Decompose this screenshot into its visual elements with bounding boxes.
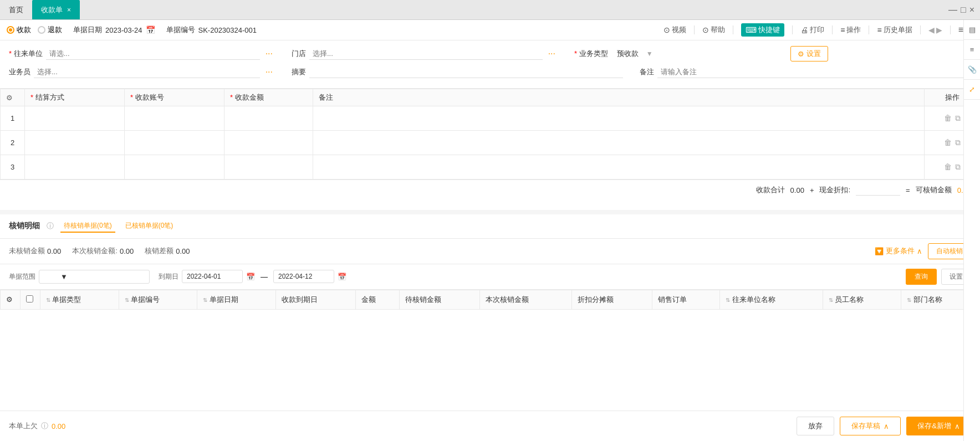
select-all-checkbox[interactable]: [26, 295, 33, 302]
radio-refund[interactable]: 退款: [38, 25, 62, 35]
col-settings-header[interactable]: ⚙: [1, 89, 25, 106]
video-btn[interactable]: ⊙ 视频: [663, 25, 686, 35]
row-3-notes[interactable]: [313, 155, 925, 180]
sidebar-table-icon[interactable]: ▤: [964, 20, 981, 40]
date-range-dash: —: [261, 273, 268, 281]
close-btn[interactable]: ×: [969, 5, 974, 15]
discount-input[interactable]: [856, 184, 900, 196]
nav-arrows: ◀ ▶: [928, 25, 942, 34]
range-label: 单据范围: [9, 272, 35, 281]
row-2-notes[interactable]: [313, 131, 925, 155]
discount-label: 现金折扣:: [819, 185, 850, 195]
row-3-payment[interactable]: [25, 155, 125, 180]
notes-input[interactable]: [657, 66, 971, 78]
abandon-btn[interactable]: 放弃: [797, 417, 834, 435]
bottom-col-settings[interactable]: ⚙: [1, 290, 21, 309]
row-1-amount[interactable]: [224, 106, 313, 131]
tab-current[interactable]: 收款单 ×: [32, 0, 80, 19]
settings-icon: ⚙: [798, 50, 804, 58]
store-input[interactable]: [309, 48, 543, 60]
save-new-arrow: ∧: [955, 422, 960, 430]
sidebar-expand-icon[interactable]: ⤢: [964, 80, 981, 100]
row-1-notes[interactable]: [313, 106, 925, 131]
employee-input[interactable]: [34, 66, 260, 78]
bottom-table-header-row: ⚙ ⇅ 单据类型 ⇅ 单据编号 ⇅ 单据日期: [1, 290, 980, 309]
row-1-payment[interactable]: [25, 106, 125, 131]
row-3-copy-btn[interactable]: ⧉: [955, 162, 961, 172]
help-label: 帮助: [711, 25, 725, 35]
docnum-value: SK-20230324-001: [198, 26, 257, 34]
sidebar-table-glyph: ▤: [969, 25, 976, 34]
calendar-end-icon[interactable]: 📅: [338, 273, 346, 281]
tab-close-btn[interactable]: ×: [67, 6, 71, 14]
query-btn[interactable]: 查询: [906, 269, 937, 285]
date-start-input[interactable]: [182, 270, 243, 283]
divider4: [832, 25, 833, 34]
current-hexiao-stat: 本次核销金额: 0.00: [72, 246, 134, 256]
hexiao-info-icon[interactable]: ⓘ: [47, 221, 54, 231]
bottom-table: ⚙ ⇅ 单据类型 ⇅ 单据编号 ⇅ 单据日期: [0, 290, 980, 310]
bottom-gear-icon[interactable]: ⚙: [6, 295, 13, 304]
shortcut-btn[interactable]: ⌨ 快捷键: [741, 23, 784, 37]
main-container: 收款 退款 单据日期 2023-03-24 📅 单据编号 SK-20230324…: [0, 20, 980, 441]
form-settings-btn[interactable]: ⚙ 设置: [790, 46, 828, 61]
biz-type-dropdown-arrow[interactable]: ▼: [646, 50, 653, 58]
table-header-row: ⚙ * 结算方式 * 收款账号 * 收款金额 备注: [1, 89, 980, 106]
row-2-payment[interactable]: [25, 131, 125, 155]
row-1-account[interactable]: [125, 106, 224, 131]
history-btn[interactable]: ≡ 历史单据: [877, 25, 912, 35]
hexiao-tab-done[interactable]: 已核销单据(0笔): [122, 220, 177, 233]
row-3-amount[interactable]: [224, 155, 313, 180]
sidebar-attach-icon[interactable]: 📎: [964, 60, 981, 80]
footer-right: 放弃 保存草稿 ∧ 保存&新增 ∧: [797, 417, 971, 435]
right-sidebar: ▤ ≡ 📎 ⤢: [963, 20, 980, 441]
row-1-copy-btn[interactable]: ⧉: [955, 114, 961, 123]
row-2-amount[interactable]: [224, 131, 313, 155]
save-new-btn[interactable]: 保存&新增 ∧: [906, 417, 971, 435]
ops-icon: ≡: [840, 25, 845, 34]
list-view-btn[interactable]: ≡: [958, 25, 963, 35]
unchecked-value: 0.00: [47, 247, 61, 255]
row-2-account[interactable]: [125, 131, 224, 155]
partner-more-btn[interactable]: ···: [263, 49, 275, 59]
employee-more-btn[interactable]: ···: [263, 67, 275, 77]
bottom-col-checkbox[interactable]: [21, 290, 40, 309]
row-2-copy-btn[interactable]: ⧉: [955, 138, 961, 147]
table-gear-icon[interactable]: ⚙: [6, 94, 13, 102]
balance-info-icon[interactable]: ⓘ: [41, 421, 48, 431]
more-conditions-btn[interactable]: 🔽 更多条件 ∧: [875, 246, 922, 256]
partner-input[interactable]: [46, 48, 260, 60]
tab-home[interactable]: 首页: [0, 0, 32, 19]
sidebar-list-icon[interactable]: ≡: [964, 40, 981, 60]
hexiao-tab-pending[interactable]: 待核销单据(0笔): [60, 220, 115, 233]
radio-receipt[interactable]: 收款: [7, 25, 31, 35]
biz-type-label: 业务类型: [574, 49, 608, 59]
row-3-account[interactable]: [125, 155, 224, 180]
minimize-btn[interactable]: —: [948, 5, 957, 15]
row-2-delete-btn[interactable]: 🗑: [944, 138, 952, 147]
summary-input[interactable]: [309, 66, 623, 78]
row-3-delete-btn[interactable]: 🗑: [944, 162, 952, 172]
range-select[interactable]: ▼: [39, 270, 150, 284]
print-btn[interactable]: 🖨 打印: [800, 25, 824, 35]
col-dept-label: 部门名称: [913, 295, 942, 304]
calendar-start-icon[interactable]: 📅: [246, 273, 255, 281]
ops-btn[interactable]: ≡ 操作: [840, 25, 861, 35]
help-btn[interactable]: ⊙ 帮助: [702, 25, 725, 35]
bottom-col-discount: 折扣分摊额: [572, 290, 652, 309]
table-row: 1 🗑 ⧉: [1, 106, 980, 131]
divider7: [950, 25, 951, 34]
date-end-input[interactable]: [273, 270, 334, 283]
radio-receipt-label: 收款: [17, 25, 31, 35]
next-arrow[interactable]: ▶: [936, 25, 942, 34]
date-field: 单据日期 2023-03-24 📅: [73, 25, 155, 35]
ops-label: 操作: [846, 25, 861, 35]
hexiao-section: 核销明细 ⓘ 待核销单据(0笔) 已核销单据(0笔) 未核销金额 0.00 本次…: [0, 214, 980, 290]
row-1-delete-btn[interactable]: 🗑: [944, 114, 952, 123]
calendar-icon[interactable]: 📅: [146, 25, 155, 34]
maximize-btn[interactable]: □: [961, 5, 966, 15]
save-draft-btn[interactable]: 保存草稿 ∧: [840, 417, 901, 435]
store-more-btn[interactable]: ···: [546, 49, 558, 59]
bottom-col-partner: ⇅ 往来单位名称: [720, 290, 823, 309]
prev-arrow[interactable]: ◀: [928, 25, 935, 34]
